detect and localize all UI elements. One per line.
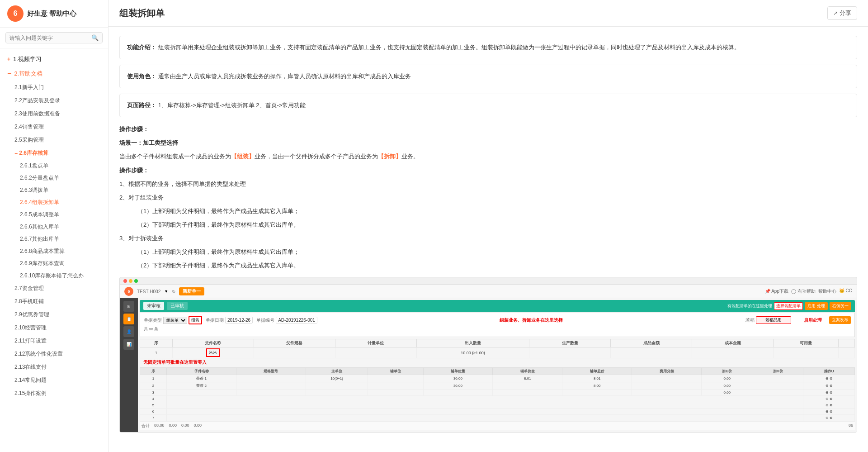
- annotation-enable-label: 启用处理: [804, 318, 822, 323]
- role-text: 通常由生产人员或库管人员完成拆装业务的操作，库管人员确认原材料的出库和产成品的入…: [158, 73, 411, 80]
- sidebar-item-stock-check[interactable]: 2.6.9库存账本查询: [0, 257, 108, 270]
- field-warehouse: 若稻 若稻品用: [745, 316, 791, 324]
- sidebar-item-finance[interactable]: 2.7资金管理: [0, 282, 108, 295]
- sidebar-item-other-out[interactable]: 2.6.7其他出库单: [0, 233, 108, 245]
- sidebar-item-new[interactable]: 2.1新手入门: [0, 81, 108, 94]
- app-icon-chart: 📊: [123, 339, 134, 350]
- sidebar-item-cost-adjust[interactable]: 2.6.5成本调整单: [0, 209, 108, 221]
- footer-val3: 0.00: [181, 423, 189, 429]
- app-nav-btn: 新新单一: [179, 287, 204, 295]
- function-intro-label: 功能介绍：: [127, 44, 156, 51]
- sidebar-item-label: 2.帮助文档: [14, 70, 42, 78]
- sidebar-item-cases[interactable]: 2.15操作案例: [0, 387, 108, 400]
- sub-col-unit2-price: 辅单价金: [493, 368, 562, 375]
- table-row: 1 米米 10.00 (≥1.00): [140, 347, 855, 358]
- app-title: 好生意 帮助中心: [27, 10, 76, 18]
- field-type-select[interactable]: 组装单 拆卸单: [163, 317, 187, 324]
- sub-col-unit2-qty: 辅单位量: [423, 368, 493, 375]
- sub-table-row: 3 0.00: [140, 390, 855, 396]
- cell-spec: [254, 347, 335, 358]
- sidebar-item-goods-cost[interactable]: 2.6.8商品成本重算: [0, 245, 108, 257]
- sub-col-seq: 序: [140, 368, 167, 375]
- close-dot: [123, 279, 127, 283]
- field-type-label: 单据类型: [144, 317, 162, 324]
- mock-app-window: 6 TEST-H002 ▼ ↻ 新新单一 📌 App下载 ◯ 右功帮助 帮助中心…: [120, 285, 857, 432]
- app-icon-user: 👤: [123, 326, 134, 337]
- path-box: 页面路径： 1、库存核算->库存管理->组装拆卸单 2、首页->常用功能: [119, 94, 857, 117]
- col-seq: 序: [140, 339, 173, 347]
- search-box[interactable]: 🔍: [5, 32, 103, 43]
- app-icon-active: 📋: [123, 314, 134, 324]
- sidebar-item-assembly[interactable]: 2.6.4组装拆卸单: [0, 196, 108, 209]
- field-id: 单据编号 AD-20191226-001: [256, 317, 317, 324]
- nav-tree: + 1.视频学习 − 2.帮助文档 2.1新手入门 2.2产品安装及登录 2.3…: [0, 48, 108, 452]
- footer-val2: 0.00: [169, 423, 177, 429]
- col-parent-spec: 父件规格: [254, 339, 335, 347]
- field-warehouse-value: 若稻品用: [756, 316, 791, 324]
- steps-intro2: 操作步骤：: [119, 167, 149, 174]
- form-tabs-header: 未审核 已审核 有装配清单的在这里处理 选择装配清单 启用 处理 右侧另一: [140, 300, 855, 312]
- function-intro-text: 组装拆卸单用来处理企业组装或拆卸等加工业务，支持有固定装配清单的产品加工业务，也…: [158, 44, 740, 51]
- sidebar-item-mobile[interactable]: 2.8手机旺铺: [0, 295, 108, 308]
- tab-unaudited[interactable]: 未审核: [143, 302, 164, 310]
- sub-table-row: 5 ⊕ ⊗: [140, 402, 855, 409]
- sidebar-item-faq[interactable]: 2.14常见问题: [0, 374, 108, 387]
- browser-bar: [120, 277, 857, 285]
- sidebar-item-adjust[interactable]: 2.6.3调拨单: [0, 184, 108, 196]
- field-warehouse-label: 若稻: [745, 317, 755, 324]
- cell-product-amt: [611, 347, 692, 358]
- sidebar-item-inventory[interactable]: − 2.6库存核算: [0, 147, 108, 160]
- process-btn[interactable]: 启用 处理: [805, 302, 828, 310]
- count-label: 共 xx 条: [144, 326, 158, 332]
- tab-audited[interactable]: 已审核: [167, 302, 188, 310]
- sidebar-item-other-in[interactable]: 2.6.6其他入库单: [0, 221, 108, 233]
- sidebar-item-personalize[interactable]: 2.12系统个性化设置: [0, 347, 108, 361]
- sidebar-item-sales[interactable]: 2.4销售管理: [0, 120, 108, 133]
- app-dropdown-icon: ▼: [164, 289, 168, 294]
- steps-title: 操作步骤：: [119, 126, 149, 133]
- app-sidebar-icons: ⊞ 📋 👤 📊: [120, 298, 138, 432]
- col-action: [838, 339, 854, 347]
- annotation-arrow-box-1: 选择装配清单: [774, 302, 803, 310]
- sidebar-item-split-count[interactable]: 2.6.2分量盘点单: [0, 172, 108, 184]
- sub-col-v-price: 加V价: [753, 368, 803, 375]
- confirm-btn[interactable]: 立案发布: [829, 316, 851, 324]
- sidebar-item-coupon[interactable]: 2.9优惠券管理: [0, 308, 108, 321]
- step1-text: 1、根据不同的业务，选择不同单据的类型来处理: [119, 179, 857, 189]
- field-date: 单据日期 2019-12-26: [206, 317, 253, 324]
- field-date-label: 单据日期: [206, 317, 224, 324]
- cell-avail: [774, 347, 839, 358]
- cell-seq: 1: [140, 347, 173, 358]
- sidebar-item-videos[interactable]: + 1.视频学习: [0, 52, 108, 67]
- app-icon-3: 帮助中心: [818, 288, 836, 295]
- search-icon[interactable]: 🔍: [91, 34, 99, 41]
- page-title: 组装拆卸单: [119, 7, 165, 19]
- field-id-value: AD-20191226-001: [276, 317, 317, 324]
- annotation-label-2: 组装业务、拆卸业务在这里选择: [500, 318, 563, 323]
- col-parent-name: 父件名称: [172, 339, 254, 347]
- sidebar-item-online-pay[interactable]: 2.13在线支付: [0, 361, 108, 374]
- search-input[interactable]: [9, 35, 91, 41]
- sidebar-item-count[interactable]: 2.6.1盘点单: [0, 160, 108, 172]
- app-refresh-icon: ↻: [172, 289, 175, 294]
- annotation-batch: 无固定清单可批量在这里置零入: [140, 358, 855, 366]
- scene1-desc: 当由多个子件材料组装成一个成品的业务为【组装】业务，当由一个父件拆分成多个子产品…: [119, 152, 857, 162]
- add-btn[interactable]: 右侧另一: [830, 302, 851, 310]
- app-logo-icon: 6: [7, 5, 24, 22]
- sidebar-item-operation[interactable]: 2.10经营管理: [0, 321, 108, 334]
- annotation-enable: 启用处理: [804, 317, 822, 324]
- main-header: 组装拆卸单 ↗ 分享: [108, 0, 868, 27]
- sub-col-unit2: 辅单位: [368, 368, 423, 375]
- sidebar-item-docs[interactable]: − 2.帮助文档 2.1新手入门 2.2产品安装及登录 2.3使用前数据准备 2…: [0, 67, 108, 400]
- sidebar: 6 好生意 帮助中心 🔍 + 1.视频学习 − 2.帮助文档 2.1新手入门: [0, 0, 108, 452]
- sidebar-item-stock-error[interactable]: 2.6.10库存账本错了怎么办: [0, 270, 108, 282]
- sidebar-item-install[interactable]: 2.2产品安装及登录: [0, 94, 108, 107]
- sidebar-item-data[interactable]: 2.3使用前数据准备: [0, 107, 108, 120]
- sidebar-item-print[interactable]: 2.11打印设置: [0, 334, 108, 347]
- field-id-label: 单据编号: [256, 317, 274, 324]
- cell-op: [838, 347, 854, 358]
- sub-col-unit2-total: 辅单总价: [562, 368, 632, 375]
- sub-table-row: 4 ⊕ ⊗: [140, 396, 855, 402]
- share-button[interactable]: ↗ 分享: [827, 6, 857, 20]
- sidebar-item-purchase[interactable]: 2.5采购管理: [0, 133, 108, 147]
